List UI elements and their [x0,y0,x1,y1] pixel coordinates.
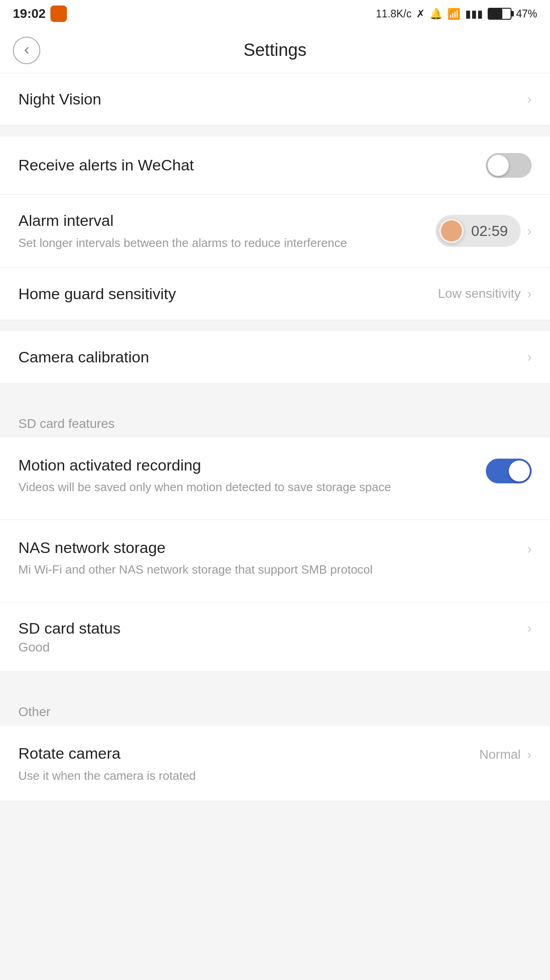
rotate-camera-subtitle: Use it when the camera is rotated [18,767,479,784]
timer-pill[interactable]: 02:59 [435,215,521,247]
page-title: Settings [243,40,306,60]
motion-recording-toggle[interactable] [486,459,532,483]
status-right: 11.8K/c ✗ 🔔 📶 ▮▮▮ 47% [376,8,537,20]
alarm-interval-subtitle: Set longer intervals between the alarms … [18,235,435,251]
rotate-camera-row[interactable]: Rotate camera Use it when the camera is … [0,726,550,801]
night-vision-row[interactable]: Night Vision › [0,73,550,126]
motion-recording-row[interactable]: Motion activated recording Videos will b… [0,438,550,520]
night-vision-chevron-icon: › [527,91,532,107]
camera-calibration-chevron-icon: › [527,349,532,365]
sd-card-section-header: SD card features [0,405,550,438]
status-left: 19:02 [13,5,67,22]
receive-alerts-row[interactable]: Receive alerts in WeChat [0,137,550,195]
toggle-thumb [488,155,509,176]
battery-fill [489,9,502,19]
alarm-interval-chevron-icon: › [527,223,532,239]
app-notification-icon [50,5,67,22]
camera-calibration-title: Camera calibration [18,348,527,367]
bluetooth-icon: ✗ [416,8,425,20]
nas-storage-row[interactable]: NAS network storage Mi Wi-Fi and other N… [0,520,550,602]
rotate-camera-value: Normal [479,747,521,762]
spacer-2 [0,320,550,331]
battery-icon [488,8,512,20]
rotate-camera-chevron-icon: › [527,747,532,762]
timer-dot-icon [439,219,464,243]
alarm-interval-row[interactable]: Alarm interval Set longer intervals betw… [0,195,550,268]
home-guard-title: Home guard sensitivity [18,285,438,303]
sd-card-section-label: SD card features [18,416,115,431]
sd-card-status-value: Good [18,640,50,655]
other-section-label: Other [18,705,50,719]
receive-alerts-toggle[interactable] [486,153,532,178]
motion-recording-title: Motion activated recording [18,456,486,475]
signal-icon: ▮▮▮ [465,8,483,20]
nas-storage-title: NAS network storage [18,538,527,557]
timer-value: 02:59 [471,223,508,240]
home-guard-value: Low sensitivity [438,286,521,301]
other-section-header: Other [0,694,550,726]
rotate-camera-title: Rotate camera [18,744,479,763]
sd-card-status-chevron-icon: › [527,620,532,636]
battery-percent: 47% [516,8,537,20]
header: Settings [0,27,550,73]
camera-calibration-row[interactable]: Camera calibration › [0,331,550,383]
notification-mute-icon: 🔔 [429,8,443,20]
alarm-interval-title: Alarm interval [18,211,435,230]
spacer-4 [0,672,550,694]
home-guard-chevron-icon: › [527,286,532,301]
alarm-interval-right: 02:59 › [435,215,532,247]
toggle-thumb-motion [509,460,530,482]
receive-alerts-title: Receive alerts in WeChat [18,156,486,175]
status-time: 19:02 [13,6,46,21]
spacer-1 [0,126,550,137]
wifi-icon: 📶 [447,8,461,20]
home-guard-sensitivity-row[interactable]: Home guard sensitivity Low sensitivity › [0,268,550,320]
network-speed: 11.8K/c [376,8,412,20]
sd-card-status-row[interactable]: SD card status › Good [0,602,550,672]
back-button[interactable] [13,37,40,64]
sd-card-status-title: SD card status [18,619,121,638]
spacer-3 [0,383,550,405]
night-vision-title: Night Vision [18,90,527,109]
nas-storage-subtitle: Mi Wi-Fi and other NAS network storage t… [18,561,527,578]
nas-storage-chevron-icon: › [527,541,532,557]
status-bar: 19:02 11.8K/c ✗ 🔔 📶 ▮▮▮ 47% [0,0,550,27]
motion-recording-subtitle: Videos will be saved only when motion de… [18,479,486,495]
